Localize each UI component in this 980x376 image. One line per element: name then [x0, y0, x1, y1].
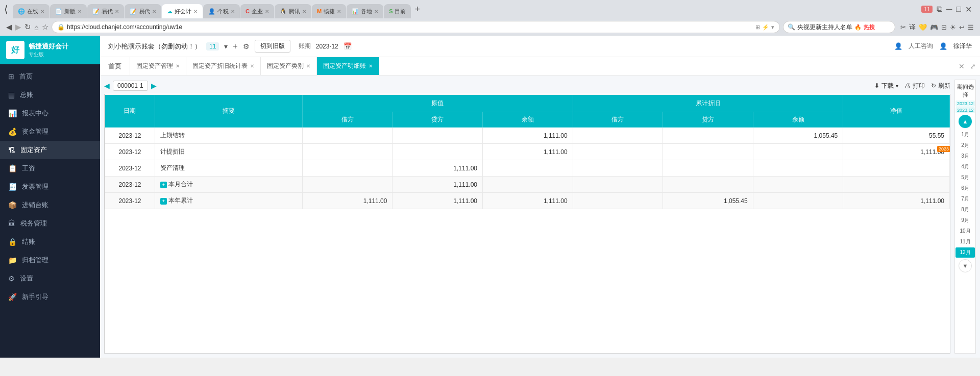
tab-close-icon[interactable]: ✕	[265, 9, 269, 14]
dropdown-button[interactable]: ▾	[224, 42, 228, 51]
tab-close-icon[interactable]: ✕	[374, 9, 378, 14]
settings-button[interactable]: ⚙	[243, 42, 250, 51]
month-item-2[interactable]: 2月	[955, 140, 975, 151]
tab-label: 首页	[108, 62, 121, 71]
expand-page-icon[interactable]: ⤢	[970, 62, 976, 70]
next-page-button[interactable]: ▶	[151, 82, 157, 90]
tab-close-icon[interactable]: ✕	[337, 9, 341, 14]
tab-close-icon[interactable]: ✕	[176, 63, 180, 69]
forward-button[interactable]: ▶	[15, 22, 21, 32]
company-name: 刘小艳演示账套（勿删勿动！）	[108, 42, 201, 51]
close-page-icon[interactable]: ✕	[959, 62, 965, 70]
sidebar-item-general[interactable]: ▤ 总账	[0, 86, 100, 104]
sidebar-item-guide[interactable]: 🚀 新手引导	[0, 288, 100, 306]
bookmark-button[interactable]: ☆	[42, 22, 48, 32]
browser-tab-t10[interactable]: 📊 各地 ✕	[347, 4, 383, 18]
download-label: 下载	[881, 82, 894, 90]
maximize-icon[interactable]: □	[956, 5, 961, 14]
prev-page-button[interactable]: ◀	[104, 82, 110, 90]
tab-close-icon[interactable]: ✕	[302, 9, 306, 14]
refresh-button[interactable]: ↻	[24, 22, 31, 32]
tab-fixed-mgmt[interactable]: 固定资产管理 ✕	[130, 57, 186, 76]
browser-tab-t11[interactable]: S 目前	[384, 4, 411, 18]
archive-icon: 📁	[8, 256, 17, 264]
support-label[interactable]: 人工咨询	[909, 42, 933, 51]
tab-close-icon[interactable]: ✕	[306, 63, 310, 69]
scroll-down-btn[interactable]: ▼	[959, 259, 972, 272]
month-item-8[interactable]: 8月	[955, 205, 975, 215]
closing-icon: 🔒	[8, 238, 17, 246]
add-button[interactable]: +	[233, 42, 237, 51]
month-item-5[interactable]: 5月	[955, 172, 975, 183]
close-icon[interactable]: ✕	[965, 5, 972, 14]
minimize-icon[interactable]: ─	[946, 5, 952, 14]
cell-net-value	[843, 177, 950, 193]
menu-icon[interactable]: ☰	[968, 23, 974, 31]
month-item-3[interactable]: 3月	[955, 151, 975, 161]
tab-close-icon[interactable]: ✕	[40, 9, 44, 14]
tab-label: 目前	[395, 8, 406, 15]
col-orig-credit: 贷方	[393, 112, 483, 128]
tab-fixed-detail[interactable]: 固定资产明细账 ✕	[317, 57, 379, 76]
address-bar[interactable]: 🔒 https://cloud.chanjet.com/accounting/u…	[52, 21, 780, 33]
wallet-icon: 💛	[919, 23, 927, 31]
switch-version-button[interactable]: 切到旧版	[255, 40, 290, 53]
sidebar-item-archive[interactable]: 📁 归档管理	[0, 251, 100, 269]
month-item-4[interactable]: 4月	[955, 162, 975, 172]
month-item-6[interactable]: 6月	[955, 183, 975, 193]
tab-close-icon[interactable]: ✕	[231, 9, 235, 14]
search-box[interactable]: 🔍 央视更新主持人名单 🔥 热搜	[783, 21, 895, 33]
browser-tab-t8[interactable]: 🐧 腾讯 ✕	[275, 4, 311, 18]
browser-tab-t2[interactable]: 📄 新版 ✕	[50, 4, 87, 18]
tab-close-icon[interactable]: ✕	[369, 63, 373, 69]
browser-tab-t1[interactable]: 🌐 在线 ✕	[13, 4, 50, 18]
download-button[interactable]: ⬇ 下载 ▾	[874, 82, 898, 90]
refresh-button[interactable]: ↻ 刷新	[931, 82, 950, 90]
calendar-icon[interactable]: 📅	[344, 42, 352, 50]
month-item-7[interactable]: 7月	[955, 194, 975, 204]
month-item-1[interactable]: 1月	[955, 130, 975, 140]
back-button[interactable]: ◀	[6, 22, 12, 32]
tab-home[interactable]: 首页	[100, 57, 130, 76]
table-row-monthly-total: 2023-12 +本月合计 1,111.00	[105, 177, 950, 193]
sidebar-item-home[interactable]: ⊞ 首页	[0, 67, 100, 86]
new-tab-button[interactable]: +	[411, 0, 423, 18]
browser-tab-t3[interactable]: 📝 易代 ✕	[87, 4, 124, 18]
tab-label: 各地	[361, 8, 372, 15]
tab-close-icon[interactable]: ✕	[193, 9, 198, 14]
sidebar-item-closing[interactable]: 🔒 结账	[0, 233, 100, 251]
cell-net-value	[843, 160, 950, 177]
browser-tab-t5-active[interactable]: ☁ 好会计 ✕	[162, 4, 203, 18]
sidebar-item-settings[interactable]: ⚙ 设置	[0, 269, 100, 288]
tab-close-icon[interactable]: ✕	[115, 9, 119, 14]
month-item-10[interactable]: 10月	[955, 226, 975, 236]
browser-tab-t6[interactable]: 👤 个税 ✕	[203, 4, 240, 18]
tab-close-icon[interactable]: ✕	[78, 9, 82, 14]
sidebar-item-stock[interactable]: 📦 进销台账	[0, 196, 100, 214]
sidebar-item-salary[interactable]: 📋 工资	[0, 159, 100, 178]
scroll-up-btn[interactable]: ▲	[959, 115, 972, 128]
print-button[interactable]: 🖨 打印	[904, 82, 925, 90]
sidebar-item-funds[interactable]: 💰 资金管理	[0, 122, 100, 141]
general-icon: ▤	[8, 91, 15, 99]
sidebar-item-tax[interactable]: 🏛 税务管理	[0, 214, 100, 233]
security-icon: 🔒	[57, 23, 65, 31]
tab-depreciation-stat[interactable]: 固定资产折旧统计表 ✕	[186, 57, 261, 76]
tab-close-icon[interactable]: ✕	[152, 9, 156, 14]
month-item-12-active[interactable]: 12月	[955, 247, 975, 258]
sidebar-item-reports[interactable]: 📊 报表中心	[0, 104, 100, 122]
cell-orig-credit: 1,111.00	[393, 160, 483, 177]
browser-tab-t4[interactable]: 📝 易代 ✕	[125, 4, 161, 18]
month-item-9[interactable]: 9月	[955, 215, 975, 225]
home-button[interactable]: ⌂	[34, 23, 39, 32]
tab-close-icon[interactable]: ✕	[250, 63, 254, 69]
sidebar-item-fixed[interactable]: 🏗 固定资产	[0, 141, 100, 159]
browser-tab-t7[interactable]: C 企业 ✕	[240, 4, 274, 18]
tab-fixed-category[interactable]: 固定资产类别 ✕	[261, 57, 317, 76]
sidebar-item-invoice[interactable]: 🧾 发票管理	[0, 178, 100, 196]
cell-orig-credit	[393, 128, 483, 144]
browser-tab-t9[interactable]: M 畅捷 ✕	[312, 4, 346, 18]
tab-label: 固定资产折旧统计表	[192, 62, 248, 70]
dropdown-icon[interactable]: ▾	[771, 24, 774, 31]
month-item-11[interactable]: 11月	[955, 237, 975, 247]
